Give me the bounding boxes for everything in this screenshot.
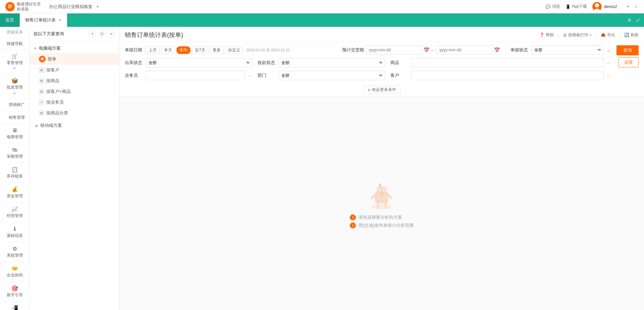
status-select[interactable]: 全部 待审核 已审核 已完成 已作废 bbox=[531, 45, 604, 55]
message-button[interactable]: 💬 消息 bbox=[546, 4, 560, 9]
logo-area: 好 畅捷通好生意 标准版 bbox=[5, 2, 41, 11]
mobile-scheme[interactable]: ▶ 移动端方案 bbox=[30, 120, 119, 131]
customer-more-icon[interactable]: ··· bbox=[606, 72, 611, 79]
filter-status: 单据状态 全部 待审核 已审核 已完成 已作废 bbox=[511, 45, 611, 55]
topbar-dropdown-icon[interactable]: ▾ bbox=[97, 4, 99, 9]
add-scheme-button[interactable]: + bbox=[89, 30, 96, 38]
tab-close-icon[interactable]: × bbox=[59, 18, 61, 22]
custom-date-btn[interactable]: 自定义 bbox=[225, 46, 243, 54]
pc-section-title[interactable]: ▼ 电脑端方案 bbox=[30, 43, 119, 53]
this-month-btn[interactable]: 本月 bbox=[161, 46, 175, 54]
ship-status-select[interactable]: 全部 未出库 部分出库 全部出库 bbox=[146, 58, 252, 67]
sidebar-item-appcenter[interactable]: 📲 应用中心 bbox=[0, 302, 29, 310]
app-download-button[interactable]: 📱 App下载 bbox=[566, 4, 587, 9]
last7-btn[interactable]: 近7天 bbox=[192, 46, 208, 54]
by-category-label: 按商品分类 bbox=[46, 110, 68, 116]
message-icon: 💬 bbox=[546, 4, 551, 9]
nav-expand-button[interactable]: ⤢ bbox=[634, 16, 641, 25]
sidebar-item-newbie[interactable]: 🎯 新手引导 bbox=[0, 282, 29, 302]
pc-section-label: 电脑端方案 bbox=[39, 45, 61, 51]
salesman-more-icon[interactable]: ··· bbox=[247, 72, 252, 79]
sidebar-item-retail[interactable]: 🛒 零售管理 ▼ bbox=[0, 50, 29, 74]
export-button[interactable]: 📤 导出 bbox=[601, 32, 615, 38]
settings-button[interactable]: 设置 bbox=[619, 57, 639, 67]
user-area[interactable]: demo2 bbox=[592, 2, 617, 11]
dept-select-wrapper: 全部 bbox=[278, 71, 385, 80]
customer-input[interactable] bbox=[411, 71, 604, 80]
collapse-button[interactable]: ∧ 收起更多条件 bbox=[363, 86, 400, 94]
close-button[interactable]: ✕ bbox=[625, 4, 631, 9]
status-expand-icon[interactable]: ⌄ bbox=[606, 47, 611, 53]
scheme-item-by-cust-prod[interactable]: ⊞ 按客户+商品 bbox=[30, 86, 119, 97]
sidebar-item-sales[interactable]: 销售管理 bbox=[0, 111, 29, 124]
empty-hint-2: 2 用[过滤]条件来缩小分析范围 bbox=[350, 222, 413, 228]
nav-tabs: 首页 销售订单统计表 × ✕ ⤢ bbox=[0, 13, 644, 27]
filter-fields: 单据日期 上月 本月 本年 近7天 更多 自定义 2023-01-01 至 20… bbox=[119, 42, 616, 84]
sidebar-item-basic[interactable]: ℹ 基础信息 bbox=[0, 222, 29, 242]
dept-label: 部门 bbox=[258, 72, 276, 79]
right-panel: 销售订单统计表(按单) ❓ 帮助 | 🖨 按模板打印 ▾ | 📤 bbox=[119, 27, 644, 310]
receipt-status-select[interactable]: 全部 未收款 部分收款 全部收款 bbox=[278, 58, 385, 67]
svg-rect-11 bbox=[380, 193, 383, 195]
print-icon: 🖨 bbox=[563, 33, 567, 37]
this-year-btn[interactable]: 本年 bbox=[176, 46, 191, 54]
sidebar-item-ecom[interactable]: 🖥 电商管理 bbox=[0, 124, 29, 144]
tab-home[interactable]: 首页 bbox=[0, 13, 20, 27]
dept-select[interactable]: 全部 bbox=[278, 71, 385, 80]
filter-receipt-status: 收款状态 全部 未收款 部分收款 全部收款 bbox=[258, 58, 385, 67]
scheme-item-by-customer[interactable]: ⊞ 按客户 bbox=[30, 65, 119, 75]
goods-more-icon[interactable]: ··· bbox=[606, 59, 611, 66]
svg-point-17 bbox=[379, 184, 381, 186]
scheme-item-by-product[interactable]: ⊞ 按商品 bbox=[30, 75, 119, 86]
sidebar-item-marketing[interactable]: 营销推广 bbox=[0, 99, 29, 111]
cal-icon-from[interactable]: 📅 bbox=[424, 47, 429, 53]
avatar bbox=[592, 2, 602, 11]
maximize-button[interactable]: ⤢ bbox=[633, 4, 639, 9]
scheme-section-pc: ▼ 电脑端方案 按 按单 ⊞ 按客户 ⊞ bbox=[30, 41, 119, 120]
sidebar-item-ops[interactable]: 📈 经营管理 bbox=[0, 203, 29, 222]
expected-date-range: 📅 — 📅 bbox=[366, 45, 500, 55]
last-month-btn[interactable]: 上月 bbox=[146, 46, 160, 54]
filter-customer: 客户 ··· bbox=[390, 71, 611, 80]
sidebar-item-purchase[interactable]: 🛍 采购管理 bbox=[0, 144, 29, 163]
sidebar-quicknav[interactable]: 快捷导航 bbox=[0, 38, 29, 50]
salesman-input[interactable] bbox=[146, 71, 245, 80]
wholesale-label: 批发管理 bbox=[1, 85, 28, 90]
sidebar-item-finance[interactable]: 💰 资金管理 bbox=[0, 183, 29, 203]
goods-input[interactable] bbox=[411, 58, 604, 67]
scheme-item-by-category[interactable]: ⊞ 按商品分类 bbox=[30, 108, 119, 118]
sidebar-item-stock[interactable]: 📋 库存核算 bbox=[0, 163, 29, 183]
expected-date-from[interactable] bbox=[366, 45, 422, 55]
window-controls: ✕ ⤢ bbox=[625, 4, 639, 9]
expected-date-to[interactable] bbox=[436, 45, 493, 55]
by-order-label: 按单 bbox=[48, 56, 56, 62]
refresh-button[interactable]: 🔄 刷新 bbox=[624, 32, 639, 38]
scheme-item-by-salesman[interactable]: ≡ 按业务员 bbox=[30, 97, 119, 108]
print-button[interactable]: 🖨 按模板打印 ▾ bbox=[563, 32, 591, 38]
help-button[interactable]: ❓ 帮助 bbox=[539, 32, 554, 38]
newbie-label: 新手引导 bbox=[1, 292, 28, 298]
empty-illustration bbox=[365, 178, 398, 212]
edit-scheme-button[interactable] bbox=[98, 30, 106, 38]
filter-row-2: 出库状态 全部 未出库 部分出库 全部出库 bbox=[125, 58, 611, 67]
finance-icon: 💰 bbox=[1, 186, 28, 193]
sep2: | bbox=[595, 33, 596, 38]
tab-sales-order-stats[interactable]: 销售订单统计表 × bbox=[20, 13, 67, 27]
cal-icon-to[interactable]: 📅 bbox=[494, 47, 500, 53]
svg-point-3 bbox=[101, 33, 103, 35]
more-date-btn[interactable]: 更多 bbox=[210, 46, 224, 54]
sidebar-item-enterprise[interactable]: 🤝 企业协同 bbox=[0, 262, 29, 282]
collapse-panel-button[interactable]: « bbox=[108, 30, 115, 38]
query-button[interactable]: 查询 bbox=[616, 45, 639, 55]
page-header-actions: ❓ 帮助 | 🖨 按模板打印 ▾ | 📤 导出 | bbox=[539, 32, 639, 38]
scheme-item-by-order[interactable]: 按 按单 bbox=[30, 53, 119, 65]
nav-close-button[interactable]: ✕ bbox=[626, 16, 633, 25]
page-title: 销售订单统计表(按单) bbox=[125, 31, 183, 39]
sidebar-item-wholesale[interactable]: 📦 批发管理 ▲ bbox=[0, 74, 29, 99]
stock-label: 库存核算 bbox=[1, 173, 28, 179]
svg-point-9 bbox=[378, 189, 380, 190]
sidebar-search[interactable]: 搜索菜单 bbox=[0, 27, 29, 38]
page-header: 销售订单统计表(按单) ❓ 帮助 | 🖨 按模板打印 ▾ | 📤 bbox=[119, 27, 644, 42]
sidebar-item-system[interactable]: ⚙ 系统管理 bbox=[0, 242, 29, 262]
ecom-label: 电商管理 bbox=[1, 134, 28, 140]
